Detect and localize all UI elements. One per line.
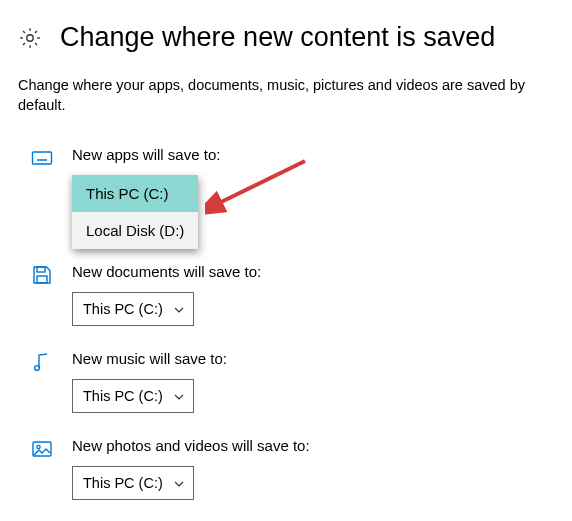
- svg-point-6: [37, 445, 40, 448]
- save-icon: [30, 263, 54, 287]
- music-note-icon: [30, 350, 54, 374]
- section-apps: New apps will save to: This PC (C:) Loca…: [0, 122, 572, 249]
- chevron-down-icon: [173, 303, 185, 315]
- documents-combo[interactable]: This PC (C:): [72, 292, 194, 326]
- picture-icon: [30, 437, 54, 461]
- documents-combo-value: This PC (C:): [83, 301, 163, 317]
- photos-combo-value: This PC (C:): [83, 475, 163, 491]
- svg-rect-1: [33, 152, 52, 164]
- section-documents: New documents will save to: This PC (C:): [0, 249, 572, 326]
- page-title: Change where new content is saved: [60, 22, 495, 53]
- svg-rect-2: [37, 267, 45, 272]
- section-label-documents: New documents will save to:: [72, 263, 554, 280]
- apps-dropdown-option-d[interactable]: Local Disk (D:): [72, 212, 198, 249]
- page-header: Change where new content is saved: [0, 0, 572, 63]
- apps-dropdown-panel[interactable]: This PC (C:) Local Disk (D:): [72, 175, 198, 249]
- apps-dropdown-option-c[interactable]: This PC (C:): [72, 175, 198, 212]
- chevron-down-icon: [173, 390, 185, 402]
- keyboard-icon: [30, 146, 54, 170]
- section-label-apps: New apps will save to:: [72, 146, 554, 163]
- svg-rect-3: [37, 276, 47, 283]
- chevron-down-icon: [173, 477, 185, 489]
- music-combo[interactable]: This PC (C:): [72, 379, 194, 413]
- section-music: New music will save to: This PC (C:): [0, 326, 572, 413]
- music-combo-value: This PC (C:): [83, 388, 163, 404]
- section-photos: New photos and videos will save to: This…: [0, 413, 572, 500]
- section-label-photos: New photos and videos will save to:: [72, 437, 554, 454]
- page-subtitle: Change where your apps, documents, music…: [0, 63, 572, 122]
- svg-point-0: [27, 34, 33, 40]
- gear-icon: [18, 26, 42, 50]
- section-label-music: New music will save to:: [72, 350, 554, 367]
- photos-combo[interactable]: This PC (C:): [72, 466, 194, 500]
